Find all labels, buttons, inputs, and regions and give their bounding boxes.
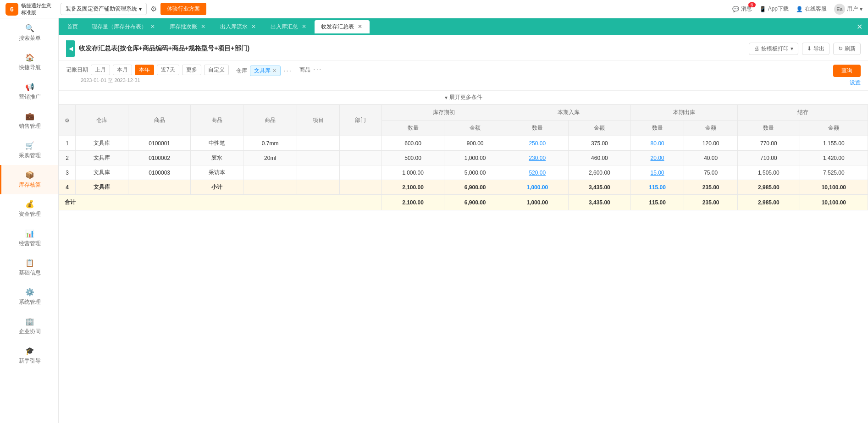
th-opening-amt: 金额: [444, 121, 506, 136]
search-icon: 🔍: [25, 24, 34, 33]
cell-project: [297, 136, 339, 151]
cell-warehouse: 文具库: [76, 136, 128, 151]
tab-bar-close[interactable]: ✕: [853, 22, 866, 31]
sidebar-item-marketing[interactable]: 📢 营销推广: [0, 77, 58, 106]
newbie-icon: 🎓: [25, 346, 34, 355]
cell-opening-amt: 900.00: [444, 136, 506, 151]
cell-opening-amt: 6,900.00: [444, 180, 506, 195]
cell-project: [297, 180, 339, 195]
main-layout: 🔍 搜索菜单 🏠 快捷导航 📢 营销推广 💼 销售管理 🛒 采购管理 📦 库存核…: [0, 18, 868, 423]
cell-in-amt: 2,600.00: [569, 165, 631, 180]
th-warehouse: 仓库: [76, 105, 128, 136]
sidebar-item-inventory[interactable]: 📦 库存核算: [0, 165, 58, 194]
cell-warehouse: 文具库: [76, 151, 128, 165]
expand-down-icon: ▾: [445, 94, 448, 101]
cell-out-qty[interactable]: 20.00: [630, 151, 684, 165]
print-btn[interactable]: 🖨 按模板打印 ▾: [749, 43, 798, 55]
cell-in-qty[interactable]: 230.00: [506, 151, 569, 165]
sidebar-item-operation[interactable]: 📊 经营管理: [0, 224, 58, 253]
sales-icon: 💼: [25, 112, 34, 121]
cell-dept: [339, 136, 382, 151]
cell-out-qty[interactable]: 15.00: [630, 165, 684, 180]
message-btn[interactable]: 💬 消息 6: [732, 5, 752, 13]
top-bar: 6 畅捷通好生意 标准版 装备及固定资产辅助管理系统 ▾ ⚙ 体验行业方案 💬 …: [0, 0, 868, 18]
date-filter: 记账日期 上月 本月 本年 近7天 更多 自定义 2023-01-01 至 20…: [66, 65, 229, 84]
cell-closing-qty: 770.00: [738, 136, 800, 151]
online-service-btn[interactable]: 👤 在线客服: [796, 5, 827, 13]
sidebar-item-search[interactable]: 🔍 搜索菜单: [0, 18, 58, 48]
cell-in-amt: 460.00: [569, 151, 631, 165]
tab-receive-summary[interactable]: 收发存汇总表 ✕: [315, 20, 370, 33]
page-inner: ◀ 收发存汇总表(按仓库+商品编码+商品+规格型号+项目+部门) 🖨 按模板打印…: [59, 35, 868, 423]
settings-icon[interactable]: ⚙: [150, 5, 157, 13]
warehouse-more-btn[interactable]: ···: [283, 67, 292, 75]
try-btn[interactable]: 体验行业方案: [160, 3, 206, 15]
app-download-btn[interactable]: 📱 App下载: [759, 5, 789, 13]
footer-in-amt: 3,435.00: [569, 195, 631, 210]
date-btn-this-month[interactable]: 本月: [113, 65, 132, 75]
tab-close-batch[interactable]: ✕: [200, 23, 206, 30]
export-btn[interactable]: ⬇ 导出: [802, 43, 829, 55]
sidebar-toggle[interactable]: ◀: [66, 40, 75, 57]
query-btn[interactable]: 查询: [833, 65, 861, 77]
footer-in-qty: 1,000.00: [506, 195, 569, 210]
cell-code: 0100002: [128, 151, 191, 165]
cell-in-qty[interactable]: 1,000.00: [506, 180, 569, 195]
date-btn-last-month[interactable]: 上月: [91, 65, 110, 75]
tab-flow[interactable]: 出入库流水 ✕: [214, 20, 263, 33]
tab-close-receive-summary[interactable]: ✕: [357, 23, 363, 30]
date-btn-custom[interactable]: 自定义: [204, 65, 229, 75]
th-inbound: 本期入库: [506, 105, 630, 121]
cell-in-qty[interactable]: 520.00: [506, 165, 569, 180]
sidebar-item-purchase[interactable]: 🛒 采购管理: [0, 136, 58, 165]
date-btn-this-year[interactable]: 本年: [135, 65, 154, 75]
th-settings[interactable]: ⚙: [59, 105, 76, 136]
cell-closing-amt: 10,100.00: [800, 180, 868, 195]
user-dropdown-icon: ▾: [860, 6, 862, 12]
th-outbound: 本期出库: [630, 105, 737, 121]
system-name-selector[interactable]: 装备及固定资产辅助管理系统 ▾: [61, 3, 147, 15]
cell-no: 4: [59, 180, 76, 195]
cell-warehouse: 文具库: [76, 165, 128, 180]
date-btn-7days[interactable]: 近7天: [157, 65, 179, 75]
footer-closing-qty: 2,985.00: [738, 195, 800, 210]
cell-in-qty[interactable]: 250.00: [506, 136, 569, 151]
sidebar-item-system[interactable]: ⚙️ 系统管理: [0, 282, 58, 312]
table-row: 4文具库小计2,100.006,900.001,000.003,435.0011…: [59, 180, 868, 195]
cell-no: 2: [59, 151, 76, 165]
cell-out-qty[interactable]: 115.00: [630, 180, 684, 195]
settings-link[interactable]: 设置: [850, 79, 861, 87]
th-name: 商品: [190, 105, 243, 136]
th-spec: 商品: [243, 105, 297, 136]
warehouse-tag[interactable]: 文具库 ✕: [250, 66, 281, 76]
cell-closing-amt: 1,420.00: [800, 151, 868, 165]
user-menu[interactable]: Ea 用户 ▾: [834, 4, 862, 15]
table-row: 2文具库0100002胶水20ml500.001,000.00230.00460…: [59, 151, 868, 165]
refresh-btn[interactable]: ↻ 刷新: [833, 43, 861, 55]
sidebar-item-finance[interactable]: 💰 资金管理: [0, 194, 58, 224]
th-out-qty: 数量: [630, 121, 684, 136]
warehouse-label: 仓库: [236, 67, 247, 75]
tab-close-summary[interactable]: ✕: [301, 23, 307, 30]
sidebar-item-quick-nav[interactable]: 🏠 快捷导航: [0, 48, 58, 77]
cell-out-qty[interactable]: 80.00: [630, 136, 684, 151]
date-btn-more[interactable]: 更多: [182, 65, 201, 75]
operation-icon: 📊: [25, 229, 34, 238]
sidebar-item-newbie[interactable]: 🎓 新手引导: [0, 341, 58, 370]
tab-home[interactable]: 首页: [61, 20, 84, 33]
sidebar-item-corp[interactable]: 🏢 企业协同: [0, 312, 58, 341]
tab-inventory-dist[interactable]: 现存量（库存分布表） ✕: [85, 20, 162, 33]
footer-opening-amt: 6,900.00: [444, 195, 506, 210]
tab-close-inventory-dist[interactable]: ✕: [149, 23, 156, 30]
data-table: ⚙ 仓库 商品 商品 商品 项目 部门 库存期初 本期入库 本期出库 结存: [59, 104, 868, 210]
sidebar-item-sales[interactable]: 💼 销售管理: [0, 106, 58, 136]
warehouse-tag-close[interactable]: ✕: [272, 68, 276, 74]
tab-close-flow[interactable]: ✕: [250, 23, 257, 30]
tab-batch[interactable]: 库存批次账 ✕: [163, 20, 213, 33]
sidebar-item-basic[interactable]: 📋 基础信息: [0, 253, 58, 282]
th-in-qty: 数量: [506, 121, 569, 136]
expand-more-btn[interactable]: ▾ 展开更多条件: [445, 93, 482, 101]
tab-summary[interactable]: 出入库汇总 ✕: [264, 20, 314, 33]
goods-more-btn[interactable]: ···: [313, 66, 322, 74]
cell-closing-amt: 1,155.00: [800, 136, 868, 151]
